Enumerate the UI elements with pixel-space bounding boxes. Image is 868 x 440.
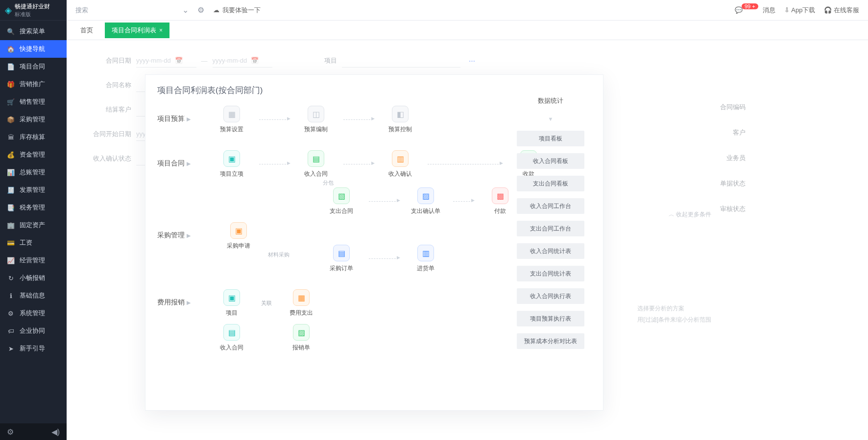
try-it-button[interactable]: ☁ 我要体验一下 [213,6,261,15]
nav-label: 发票管理 [20,185,45,194]
node-expense-out[interactable]: ▦费用支出 [274,289,329,317]
nav-icon: 💰 [7,151,15,159]
node-income-contract[interactable]: ▤收入合同 [289,150,343,178]
node-budget-compile[interactable]: ◫预算编制 [289,106,343,134]
tab-active-label: 项目合同利润表 [112,26,156,35]
sidebar-footer: ⚙ ◀) [0,423,67,440]
nav-label: 企业协同 [20,326,45,335]
sidebar-item-16[interactable]: ⚙系统管理 [0,304,67,322]
filter-contract-date-to[interactable]: yyyy-mm-dd📅 [213,54,273,68]
tab-contract-profit[interactable]: 项目合同利润表 × [105,23,169,38]
filter-contract-date-from[interactable]: yyyy-mm-dd📅 [136,54,196,68]
app-download-button[interactable]: ⇩ App下载 [784,6,815,15]
section-expense[interactable]: 费用报销▶ [157,298,191,307]
arrow-down-icon: ▼ [548,116,554,122]
stat-button-8[interactable]: 项目预算执行表 [517,311,584,326]
tab-home[interactable]: 首页 [73,23,100,38]
sidebar-item-8[interactable]: 📊总账管理 [0,163,67,181]
sidebar-item-9[interactable]: 🧾发票管理 [0,181,67,199]
nav-icon: 🎁 [7,81,15,88]
messages-label: 消息 [763,6,775,14]
sidebar-item-15[interactable]: ℹ基础信息 [0,287,67,304]
stat-button-3[interactable]: 收入合同工作台 [517,198,584,214]
filter-contract-name-label: 合同名称 [86,81,131,90]
node-spend-contract[interactable]: ▧支出合同 [314,187,369,215]
nav-label: 基础信息 [20,291,45,300]
nav-label: 经营管理 [20,256,45,265]
collapse-icon[interactable]: ◀) [51,427,60,437]
node-receipt[interactable]: ▥进货单 [398,245,453,273]
node-budget-control[interactable]: ◧预算控制 [373,106,428,134]
receipt-icon: ▥ [417,245,434,261]
nav-label: 资金管理 [20,150,45,159]
sidebar-item-2[interactable]: 📄项目合同 [0,58,67,75]
sidebar-item-1[interactable]: 🏠快捷导航 [0,40,67,58]
messages-button[interactable]: 💬 99 + 消息 [735,6,775,15]
gear-icon[interactable]: ⚙ [197,5,204,15]
online-service-label: 在线客服 [834,6,859,14]
nav-icon: 🏢 [7,222,15,229]
cloud-icon: ☁ [213,6,219,14]
node-purchase-request[interactable]: ▣采购申请 [204,222,273,250]
compile-icon: ◫ [308,106,324,122]
nav-icon: 🏠 [7,46,15,53]
stat-button-0[interactable]: 项目看板 [517,131,584,146]
node-budget-setup[interactable]: ▦预算设置 [204,106,259,134]
node-reimburse[interactable]: ▨报销单 [274,324,329,352]
try-it-label: 我要体验一下 [222,6,261,15]
nav-label: 库存核算 [20,133,45,141]
sidebar-item-0[interactable]: 🔍搜索菜单 [0,23,67,40]
settings-icon[interactable]: ⚙ [7,427,14,437]
more-icon[interactable]: ⋯ [465,57,478,65]
sidebar-item-14[interactable]: ↻小畅报销 [0,269,67,287]
sidebar-item-3[interactable]: 🎁营销推广 [0,75,67,93]
nav-icon: 📄 [7,63,15,70]
node-spend-confirm[interactable]: ▨支出确认单 [398,187,453,215]
nav-icon: 📈 [7,257,15,264]
tabs: 首页 项目合同利润表 × [67,21,868,40]
online-service-button[interactable]: 🎧 在线客服 [824,6,859,15]
nav-icon: 🏷 [7,327,15,335]
filter-audit-status-label: 审核状态 [706,205,746,213]
stat-button-5[interactable]: 收入合同统计表 [517,243,584,259]
node-project2[interactable]: ▣项目 [204,289,259,317]
node-income-confirm[interactable]: ▥收入确认 [373,150,428,178]
sidebar-item-11[interactable]: 🏢固定资产 [0,216,67,234]
stat-button-2[interactable]: 支出合同看板 [517,176,584,191]
sidebar-item-5[interactable]: 📦采购管理 [0,111,67,128]
node-income-contract2[interactable]: ▤收入合同 [204,324,259,352]
nav-label: 快捷导航 [20,45,45,53]
close-icon[interactable]: × [159,27,163,34]
sidebar-item-7[interactable]: 💰资金管理 [0,146,67,163]
section-contract[interactable]: 项目合同▶ [157,159,191,168]
nav-label: 税务管理 [20,203,45,212]
sidebar-item-13[interactable]: 📈经营管理 [0,252,67,269]
sidebar-item-10[interactable]: 📑税务管理 [0,199,67,216]
section-purchase[interactable]: 采购管理▶ [157,231,191,240]
nav-icon: ⚙ [7,310,15,317]
stat-button-7[interactable]: 收入合同执行表 [517,288,584,304]
headset-icon: 🎧 [824,6,832,14]
sidebar-item-18[interactable]: ➤新手引导 [0,340,67,357]
hint-line-2: 用[过滤]条件来缩小分析范围 [637,316,711,324]
sidebar-item-12[interactable]: 💳工资 [0,234,67,252]
nav-label: 销售管理 [20,97,45,106]
brand-logo-icon: ◈ [5,5,12,16]
node-purchase-order[interactable]: ▤采购订单 [314,245,369,273]
collapse-conditions[interactable]: ︿ 收起更多条件 [669,210,711,219]
section-budget[interactable]: 项目预算▶ [157,115,191,123]
sidebar-item-17[interactable]: 🏷企业协同 [0,322,67,340]
message-badge: 99 + [742,3,758,9]
stat-button-1[interactable]: 收入合同看板 [517,153,584,169]
global-search[interactable]: 搜索 [75,6,173,15]
filter-project-input[interactable] [342,54,460,68]
expense-icon: ▦ [293,289,310,306]
stat-button-4[interactable]: 支出合同工作台 [517,221,584,236]
chevron-down-icon[interactable]: ⌄ [182,5,189,15]
stat-button-9[interactable]: 预算成本分析对比表 [517,333,584,349]
sidebar-item-6[interactable]: 🏛库存核算 [0,128,67,146]
stat-button-6[interactable]: 支出合同统计表 [517,266,584,281]
node-project-init[interactable]: ▣项目立项 [204,150,259,178]
brand-name: 畅捷通好业财 [15,2,50,11]
sidebar-item-4[interactable]: 🛒销售管理 [0,93,67,111]
